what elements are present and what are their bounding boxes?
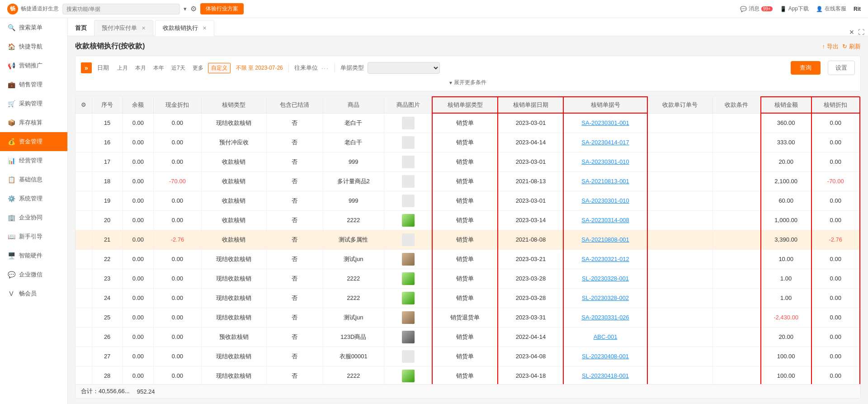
partner-label: 往来单位 bbox=[294, 64, 318, 72]
sidebar-item-enterprise-wx[interactable]: 💬 企业微信 bbox=[0, 265, 67, 284]
table-row: 20 0.00 0.00 收款核销 否 2222 销货单 2023-03-14 … bbox=[75, 210, 860, 230]
date-btn-custom[interactable]: 自定义 bbox=[208, 63, 231, 73]
tab-home-label: 首页 bbox=[75, 24, 87, 32]
tab-bar-actions: ✕ ⛶ bbox=[849, 29, 864, 36]
purchase-icon: 🛒 bbox=[7, 100, 15, 108]
topbar-settings-btn[interactable]: ⚙ bbox=[190, 5, 197, 13]
tab-collection[interactable]: 收款核销执行 ✕ bbox=[155, 20, 214, 36]
tab-prepay-close[interactable]: ✕ bbox=[142, 25, 146, 31]
filter-divider bbox=[288, 63, 289, 72]
sidebar-item-purchase-mgmt[interactable]: 🛒 采购管理 bbox=[0, 94, 67, 113]
search-dropdown-btn[interactable]: ▾ bbox=[184, 5, 187, 12]
filter-row: » 日期 上月 本月 本年 近7天 更多 自定义 不限 至 2023-07-26 bbox=[81, 61, 855, 75]
table-row: 25 0.00 0.00 现结收款核销 否 测试jun 销货退货单 2023-0… bbox=[75, 308, 860, 327]
voucher-type-select[interactable] bbox=[368, 62, 440, 74]
date-btn-this-year[interactable]: 本年 bbox=[151, 63, 167, 73]
table-row: 27 0.00 0.00 现结收款核销 否 衣服00001 销货单 2023-0… bbox=[75, 347, 860, 366]
filter-settings-btn[interactable]: 设置 bbox=[828, 61, 855, 75]
th-seq: 序号 bbox=[92, 97, 123, 113]
voucher-type-label: 单据类型 bbox=[340, 64, 364, 72]
voucher-type-group: 单据类型 bbox=[340, 62, 440, 74]
industry-btn[interactable]: 体验行业方案 bbox=[200, 3, 244, 14]
window-close-btn[interactable]: ✕ bbox=[849, 29, 854, 36]
tab-home[interactable]: 首页 bbox=[71, 20, 90, 36]
date-btn-7days[interactable]: 近7天 bbox=[169, 63, 188, 73]
sidebar-item-quick-nav[interactable]: 🏠 快捷导航 bbox=[0, 37, 67, 56]
sidebar-item-operations[interactable]: 📊 经营管理 bbox=[0, 151, 67, 170]
marketing-icon: 📢 bbox=[7, 62, 15, 70]
sidebar-label-marketing: 营销推广 bbox=[19, 62, 42, 70]
date-btn-last-month[interactable]: 上月 bbox=[114, 63, 131, 73]
tab-bar: 首页 预付冲应付单 ✕ 收款核销执行 ✕ ✕ ⛶ bbox=[68, 18, 868, 36]
table-row: 15 0.00 0.00 现结收款核销 否 老白干 销货单 2023-03-01… bbox=[75, 113, 860, 133]
partner-group: 往来单位 ··· bbox=[294, 64, 329, 72]
filter-expand-btn[interactable]: » bbox=[81, 62, 92, 73]
table-header: ⚙ 序号 余额 现金折扣 核销类型 包含已结清 商品 商品图片 核销单据类型 核… bbox=[75, 97, 860, 113]
system-icon: ⚙️ bbox=[7, 195, 15, 203]
th-goods-img: 商品图片 bbox=[384, 97, 432, 113]
sidebar-label-system-mgmt: 系统管理 bbox=[19, 195, 42, 203]
sidebar-item-member[interactable]: V 畅会员 bbox=[0, 284, 67, 303]
app-download-btn[interactable]: 📱 App下载 bbox=[780, 5, 809, 13]
online-service-btn[interactable]: 👤 在线客服 bbox=[816, 5, 846, 13]
sidebar-label-inventory: 库存核算 bbox=[19, 119, 42, 127]
base-info-icon: 📋 bbox=[7, 176, 15, 184]
th-balance: 余额 bbox=[123, 97, 153, 113]
th-verify-discount: 核销折扣 bbox=[811, 97, 860, 113]
table-row: 18 0.00 -70.00 收款核销 否 多计量商品2 销货单 2021-08… bbox=[75, 171, 860, 191]
message-icon: 💬 bbox=[740, 6, 747, 12]
sidebar-item-search-menu[interactable]: 🔍 搜索菜单 bbox=[0, 18, 67, 37]
brand-name: 畅捷通道好生意 bbox=[21, 5, 59, 13]
th-verify-voucher-type: 核销单据类型 bbox=[432, 97, 498, 113]
th-receipt-condition: 收款条件 bbox=[712, 97, 761, 113]
sidebar-item-sales-mgmt[interactable]: 💼 销售管理 bbox=[0, 75, 67, 94]
date-btn-this-month[interactable]: 本月 bbox=[132, 63, 149, 73]
tab-collection-label: 收款核销执行 bbox=[163, 24, 198, 32]
table-row: 19 0.00 0.00 收款核销 否 999 销货单 2023-03-01 S… bbox=[75, 191, 860, 210]
tab-prepay[interactable]: 预付冲应付单 ✕ bbox=[94, 20, 153, 36]
filter-divider2 bbox=[335, 63, 335, 72]
window-maximize-btn[interactable]: ⛶ bbox=[858, 29, 864, 36]
sidebar-label-enterprise: 企业协同 bbox=[19, 214, 42, 222]
export-btn[interactable]: ↑ 导出 bbox=[822, 43, 839, 51]
page-title: 收款核销执行(按收款) bbox=[75, 42, 145, 51]
sidebar-label-member: 畅会员 bbox=[19, 290, 37, 298]
query-btn[interactable]: 查询 bbox=[791, 61, 821, 75]
tab-prepay-label: 预付冲应付单 bbox=[102, 24, 137, 32]
top-bar-left: 畅 畅捷通道好生意 ▾ ⚙ 体验行业方案 bbox=[7, 3, 244, 14]
th-verify-amount: 核销金额 bbox=[761, 97, 811, 113]
table-row: 23 0.00 0.00 现结收款核销 否 2222 销货单 2023-03-2… bbox=[75, 269, 860, 288]
sidebar-item-system-mgmt[interactable]: ⚙️ 系统管理 bbox=[0, 189, 67, 208]
top-bar-right: 💬 消息 99+ 📱 App下载 👤 在线客服 Rit bbox=[740, 5, 861, 13]
notification-badge: 99+ bbox=[761, 6, 773, 11]
footer-amount: 合计：40,556,66... bbox=[81, 387, 130, 395]
sidebar-label-new-guide: 新手引导 bbox=[19, 233, 42, 241]
date-btn-more[interactable]: 更多 bbox=[190, 63, 206, 73]
top-search-input[interactable] bbox=[62, 4, 180, 14]
sidebar-label-enterprise-wx: 企业微信 bbox=[19, 271, 42, 279]
sidebar-item-smart-hw[interactable]: 🖥️ 智能硬件 bbox=[0, 246, 67, 265]
table-scroll[interactable]: ⚙ 序号 余额 现金折扣 核销类型 包含已结清 商品 商品图片 核销单据类型 核… bbox=[75, 96, 860, 384]
sidebar-item-marketing[interactable]: 📢 营销推广 bbox=[0, 56, 67, 75]
th-include-settled: 包含已结清 bbox=[266, 97, 323, 113]
inventory-icon: 📦 bbox=[7, 119, 15, 127]
refresh-btn[interactable]: ↻ 刷新 bbox=[842, 43, 861, 51]
footer-discount: 952.24 bbox=[137, 388, 155, 395]
tab-collection-close[interactable]: ✕ bbox=[203, 25, 207, 31]
app-icon: 📱 bbox=[780, 6, 787, 12]
th-verify-date: 核销单据日期 bbox=[498, 97, 563, 113]
sidebar-item-fund-mgmt[interactable]: 💰 资金管理 bbox=[0, 132, 67, 151]
fund-icon: 💰 bbox=[7, 138, 15, 146]
sidebar-item-enterprise[interactable]: 🏢 企业协同 bbox=[0, 208, 67, 227]
sidebar-item-inventory[interactable]: 📦 库存核算 bbox=[0, 113, 67, 132]
expand-more-btn[interactable]: ▾ 展开更多条件 bbox=[81, 79, 855, 86]
new-guide-icon: 📖 bbox=[7, 233, 15, 241]
date-options: 上月 本月 本年 近7天 更多 自定义 bbox=[114, 63, 231, 73]
sidebar-item-new-guide[interactable]: 📖 新手引导 bbox=[0, 227, 67, 246]
smart-hw-icon: 🖥️ bbox=[7, 252, 15, 260]
th-settings[interactable]: ⚙ bbox=[75, 97, 92, 113]
sidebar-label-base-info: 基础信息 bbox=[19, 176, 42, 184]
filter-bar: » 日期 上月 本月 本年 近7天 更多 自定义 不限 至 2023-07-26 bbox=[75, 56, 861, 91]
sidebar-item-base-info[interactable]: 📋 基础信息 bbox=[0, 170, 67, 189]
notification-btn[interactable]: 💬 消息 99+ bbox=[740, 5, 773, 13]
